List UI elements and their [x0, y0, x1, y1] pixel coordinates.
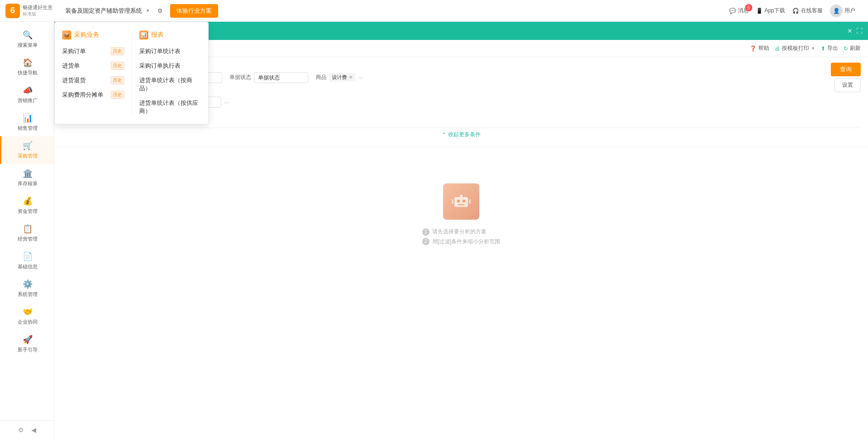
online-service-label: 在线客服 [801, 7, 823, 15]
purchase-business-column: 📦 采购业务 采购订单 历史 进货单 历史 进货退货 历史 采购费用分摊单 历史 [55, 28, 132, 118]
sidebar-item-quick-nav[interactable]: 🏠 快捷导航 [0, 53, 54, 81]
print-action[interactable]: 🖨 按模板打印 ▼ [775, 44, 815, 52]
goods-tag: 设计费 ✕ [329, 73, 356, 82]
goods-filter: 商品 设计费 ✕ ··· [316, 73, 363, 82]
menu-item-inbound-stats-goods-label: 进货单统计表（按商品） [139, 76, 201, 93]
sidebar-item-finance-label: 资金管理 [18, 208, 38, 215]
sidebar-item-sales[interactable]: 📊 销售管理 [0, 109, 54, 136]
goods-tag-close[interactable]: ✕ [349, 74, 353, 80]
user-action[interactable]: 👤 用户 [830, 5, 855, 17]
menu-item-return[interactable]: 进货退货 历史 [59, 73, 128, 88]
menu-item-order-exec-label: 采购订单执行表 [139, 62, 180, 70]
robot-svg [450, 190, 473, 213]
menu-item-inbound-stats-supplier[interactable]: 进货单统计表（按供应商） [136, 96, 205, 118]
menu-item-order-exec[interactable]: 采购订单执行表 [136, 59, 205, 73]
svg-rect-4 [460, 195, 463, 197]
sidebar-item-purchase-label: 采购管理 [18, 153, 38, 159]
empty-state: 1 请先选择要分析的方案 2 用[过滤]条件来缩小分析范围 [54, 147, 868, 283]
menu-item-purchase-order-badge: 历史 [111, 47, 124, 55]
guide-icon: 🚀 [23, 335, 33, 345]
sidebar-item-finance[interactable]: 💰 资金管理 [0, 192, 54, 219]
sidebar-item-inventory[interactable]: 🏛️ 库存核算 [0, 164, 54, 192]
sidebar-item-search[interactable]: 🔍 搜索菜单 [0, 25, 54, 53]
message-badge: 5 [745, 4, 752, 11]
print-icon: 🖨 [775, 45, 780, 52]
tab-bar-right: ✕ ⛶ [847, 27, 868, 35]
settings-btn[interactable]: 设置 [834, 78, 861, 92]
export-icon: ⬆ [821, 45, 825, 52]
collapse-btn[interactable]: ⌃ 收起更多条件 [62, 128, 861, 141]
empty-hint: 1 请先选择要分析的方案 2 用[过滤]条件来缩小分析范围 [422, 227, 501, 247]
purchase-dropdown-overlay: 📦 采购业务 采购订单 历史 进货单 历史 进货退货 历史 采购费用分摊单 历史 [54, 22, 209, 124]
sidebar-item-basic-info[interactable]: 📄 基础信息 [0, 247, 54, 275]
system-icon: ⚙️ [23, 279, 33, 289]
menu-item-inbound-stats-goods[interactable]: 进货单统计表（按商品） [136, 73, 205, 96]
top-header: 6 畅捷通好生意 标准版 装备及固定资产辅助管理系统 ▼ ⚙ 体验行业方案 💬 … [0, 0, 868, 22]
sidebar-settings-icon[interactable]: ⚙ [18, 426, 24, 434]
sidebar-collapse-icon[interactable]: ◀ [31, 426, 36, 434]
logo-text: 畅捷通好生意 [23, 4, 53, 10]
sidebar-item-guide[interactable]: 🚀 新手引导 [0, 330, 54, 358]
sidebar-item-inventory-label: 库存核算 [18, 180, 38, 187]
basic-info-icon: 📄 [23, 252, 33, 261]
system-title: 装备及固定资产辅助管理系统 [65, 7, 142, 15]
sidebar-item-purchase[interactable]: 🛒 采购管理 [0, 136, 54, 164]
menu-item-return-badge: 历史 [111, 76, 124, 84]
menu-item-purchase-order[interactable]: 采购订单 历史 [59, 44, 128, 59]
sidebar-item-enterprise-label: 企业协同 [18, 319, 38, 326]
query-btn[interactable]: 查询 [831, 63, 861, 76]
industry-btn[interactable]: 体验行业方案 [170, 4, 218, 18]
menu-item-expense[interactable]: 采购费用分摊单 历史 [59, 88, 128, 102]
online-service-action[interactable]: 🎧 在线客服 [792, 7, 823, 15]
help-action[interactable]: ❓ 帮助 [750, 44, 769, 52]
purchase-business-title: 采购业务 [74, 31, 99, 39]
svg-rect-6 [469, 199, 471, 204]
logo-icon: 6 [5, 4, 20, 18]
svg-rect-5 [452, 199, 454, 204]
export-label: 导出 [827, 44, 838, 52]
sidebar-item-guide-label: 新手引导 [18, 346, 38, 353]
salesperson-more-btn[interactable]: ··· [224, 99, 229, 106]
sales-icon: 📊 [23, 113, 33, 123]
svg-rect-0 [454, 197, 468, 207]
goods-label: 商品 [316, 74, 327, 81]
sidebar-item-enterprise[interactable]: 🤝 企业协同 [0, 302, 54, 330]
collapse-label: 收起更多条件 [448, 131, 481, 138]
report-column: 📊 报表 采购订单统计表 采购订单执行表 进货单统计表（按商品） 进货单统计表（… [132, 28, 209, 118]
app-download-label: App下载 [765, 7, 785, 15]
header-right: 💬 消息 5 📱 App下载 🎧 在线客服 👤 用户 [729, 5, 863, 17]
tab-bar-maximize-icon[interactable]: ⛶ [856, 27, 863, 35]
menu-item-inbound-label: 进货单 [62, 62, 80, 70]
menu-item-inbound-stats-supplier-label: 进货单统计表（按供应商） [139, 99, 201, 115]
purchase-business-icon: 📦 [62, 30, 71, 39]
print-label: 按模板打印 [782, 44, 809, 52]
message-action[interactable]: 💬 消息 5 [729, 7, 749, 15]
report-title: 报表 [151, 31, 164, 39]
voucher-status-select[interactable]: 单据状态 [254, 72, 308, 83]
menu-item-expense-label: 采购费用分摊单 [62, 91, 103, 99]
menu-item-order-stats[interactable]: 采购订单统计表 [136, 44, 205, 59]
export-action[interactable]: ⬆ 导出 [821, 44, 838, 52]
logo-area: 6 畅捷通好生意 标准版 [5, 4, 60, 18]
purchase-business-header: 📦 采购业务 [59, 28, 128, 44]
menu-item-inbound[interactable]: 进货单 历史 [59, 59, 128, 73]
voucher-status-filter: 单据状态 单据状态 [229, 72, 308, 83]
avatar: 👤 [830, 5, 843, 17]
header-middle: 装备及固定资产辅助管理系统 ▼ ⚙ 体验行业方案 [60, 4, 729, 18]
sidebar-item-operations[interactable]: 📋 经营管理 [0, 219, 54, 247]
collapse-arrow-icon: ⌃ [442, 132, 446, 138]
refresh-action[interactable]: ↻ 刷新 [844, 44, 861, 52]
system-dropdown-arrow[interactable]: ▼ [146, 8, 150, 13]
app-download-action[interactable]: 📱 App下载 [756, 7, 785, 15]
menu-item-purchase-order-label: 采购订单 [62, 47, 86, 55]
sidebar-item-marketing[interactable]: 📣 营销推广 [0, 81, 54, 109]
goods-more-btn[interactable]: ··· [358, 74, 363, 81]
print-dropdown-icon[interactable]: ▼ [811, 46, 815, 51]
settings-icon-btn[interactable]: ⚙ [154, 5, 166, 17]
help-icon: ❓ [750, 45, 756, 52]
sidebar-item-operations-label: 经营管理 [18, 236, 38, 242]
sidebar-item-system[interactable]: ⚙️ 系统管理 [0, 275, 54, 302]
menu-item-inbound-badge: 历史 [111, 62, 124, 70]
sidebar-item-sales-label: 销售管理 [18, 125, 38, 132]
tab-bar-close-icon[interactable]: ✕ [847, 27, 853, 35]
